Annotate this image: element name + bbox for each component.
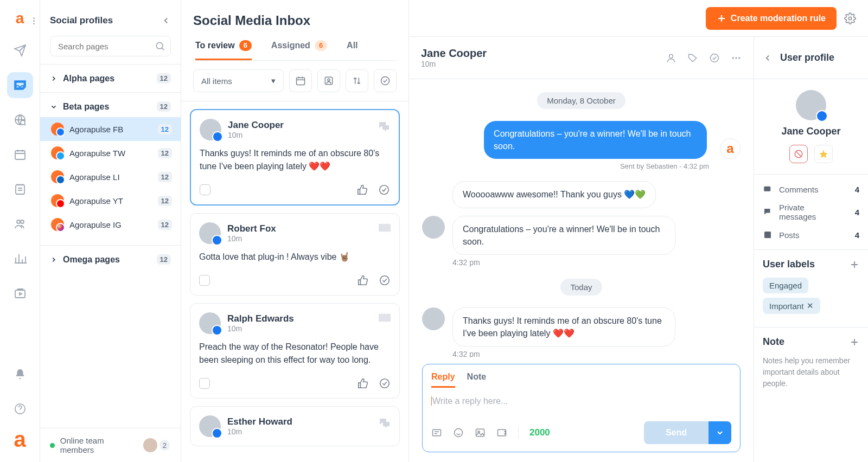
- group-omega[interactable]: Omega pages 12: [40, 254, 181, 265]
- saved-replies-icon[interactable]: [431, 427, 442, 438]
- svg-point-20: [711, 54, 719, 62]
- stat-value: 4: [855, 230, 859, 240]
- search-pages-input[interactable]: [50, 36, 171, 56]
- nav-inbox[interactable]: [7, 72, 33, 98]
- nav-team[interactable]: [7, 211, 33, 237]
- nav-reports[interactable]: [7, 246, 33, 272]
- check-circle-icon[interactable]: [379, 274, 391, 286]
- select-checkbox[interactable]: [199, 275, 210, 286]
- inbox-item[interactable]: Ralph Edwards10m Preach the way of the R…: [190, 303, 400, 399]
- stat-comments[interactable]: Comments 4: [763, 180, 859, 198]
- card-icon: [379, 223, 391, 232]
- comment-icon: [377, 120, 390, 133]
- filter-dropdown[interactable]: All items ▾: [193, 69, 284, 92]
- user-label[interactable]: Important✕: [763, 298, 820, 314]
- check-circle-icon[interactable]: [378, 184, 390, 196]
- app-logo[interactable]: a: [10, 8, 30, 29]
- tab-to-review[interactable]: To review 6: [195, 40, 252, 60]
- svg-point-13: [380, 185, 389, 195]
- like-icon[interactable]: [357, 377, 369, 389]
- review-icon[interactable]: [709, 53, 720, 63]
- page-agorapulse-tw[interactable]: Agorapulse TW 12: [40, 141, 181, 165]
- incoming-message: Wooooawww awesome!! Thank you guys 💙💚: [452, 181, 656, 208]
- group-alpha[interactable]: Alpha pages 12: [40, 73, 181, 84]
- nav-listening[interactable]: [7, 107, 33, 133]
- stat-label: Comments: [779, 185, 819, 194]
- select-checkbox[interactable]: [199, 378, 210, 389]
- chevron-right-icon: [50, 75, 58, 82]
- inbox-item[interactable]: Jane Cooper10m Thanks guys! It reminds m…: [190, 109, 400, 206]
- page-title: Social Media Inbox: [193, 13, 397, 28]
- date-filter-button[interactable]: [289, 69, 312, 92]
- send-options-button[interactable]: [709, 421, 731, 444]
- stat-private-messages[interactable]: Private messages 4: [763, 198, 859, 226]
- page-label: Agorapulse LI: [69, 172, 152, 182]
- assign-user-icon[interactable]: [666, 53, 676, 63]
- back-icon[interactable]: [763, 53, 773, 63]
- group-label: Alpha pages: [63, 74, 151, 84]
- button-label: Create moderation rule: [731, 14, 826, 23]
- gif-icon[interactable]: [496, 427, 507, 438]
- send-button[interactable]: Send: [644, 421, 709, 444]
- tab-all[interactable]: All: [347, 40, 358, 60]
- tab-assigned[interactable]: Assigned 6: [271, 40, 327, 60]
- create-moderation-rule-button[interactable]: Create moderation rule: [706, 7, 837, 30]
- page-agorapulse-ig[interactable]: Agorapulse IG 12: [40, 213, 181, 236]
- inbox-item[interactable]: Esther Howard10m: [190, 406, 400, 446]
- nav-library[interactable]: [7, 280, 33, 306]
- settings-icon[interactable]: [844, 12, 856, 24]
- incoming-message: Thanks guys! It reminds me of an obscure…: [452, 307, 675, 347]
- nav-send[interactable]: [7, 37, 33, 63]
- nav-notes[interactable]: [7, 176, 33, 202]
- group-beta[interactable]: Beta pages 12: [40, 101, 181, 112]
- page-agorapulse-fb[interactable]: Agorapulse FB 12: [40, 117, 181, 141]
- compose-tab-note[interactable]: Note: [467, 372, 487, 388]
- nav-notifications[interactable]: [7, 361, 33, 387]
- nav-help[interactable]: [7, 396, 33, 422]
- more-icon[interactable]: [731, 53, 742, 63]
- add-note-icon[interactable]: [850, 337, 859, 347]
- inbox-item[interactable]: Robert Fox10m Gotta love that plug-in ! …: [190, 213, 400, 296]
- app-menu-dots[interactable]: [33, 17, 35, 24]
- sort-button[interactable]: [346, 69, 368, 92]
- image-icon[interactable]: [475, 427, 486, 438]
- reply-input[interactable]: Write a reply here...: [431, 396, 731, 406]
- stat-label: Private messages: [779, 203, 842, 221]
- user-label[interactable]: Engaged: [763, 278, 808, 293]
- compose-tab-reply[interactable]: Reply: [431, 372, 455, 388]
- svg-rect-16: [379, 314, 391, 322]
- filter-label: All items: [201, 76, 232, 86]
- user-filter-button[interactable]: [317, 69, 340, 92]
- item-author: Esther Howard: [227, 416, 292, 427]
- remove-label-icon[interactable]: ✕: [807, 301, 814, 311]
- like-icon[interactable]: [357, 274, 369, 286]
- svg-rect-6: [15, 290, 25, 298]
- page-agorapulse-yt[interactable]: Agorapulse YT 12: [40, 189, 181, 213]
- app-logo-large[interactable]: a: [7, 426, 33, 452]
- svg-rect-28: [498, 429, 506, 436]
- chevron-right-icon: [50, 256, 58, 264]
- page-count: 12: [158, 172, 172, 182]
- page-count: 12: [158, 220, 172, 230]
- check-circle-icon[interactable]: [379, 377, 391, 389]
- svg-point-8: [156, 42, 163, 49]
- select-checkbox[interactable]: [200, 184, 210, 195]
- labels-title: User labels: [763, 259, 815, 270]
- star-user-button[interactable]: [814, 145, 833, 163]
- tag-icon[interactable]: [687, 53, 698, 63]
- ban-user-button[interactable]: [789, 145, 808, 163]
- nav-calendar[interactable]: [7, 142, 33, 168]
- page-count: 12: [158, 196, 172, 206]
- like-icon[interactable]: [356, 184, 368, 196]
- mark-reviewed-button[interactable]: [374, 69, 397, 92]
- emoji-icon[interactable]: [453, 427, 464, 438]
- collapse-profiles-icon[interactable]: [161, 16, 171, 25]
- svg-rect-24: [433, 429, 441, 436]
- svg-rect-2: [15, 151, 25, 159]
- top-bar: Create moderation rule: [409, 0, 868, 37]
- stat-posts[interactable]: Posts 4: [763, 226, 859, 244]
- linkedin-icon: [51, 170, 64, 183]
- add-label-icon[interactable]: [850, 260, 859, 270]
- online-team[interactable]: Online team members 2: [40, 428, 181, 462]
- page-agorapulse-li[interactable]: Agorapulse LI 12: [40, 165, 181, 189]
